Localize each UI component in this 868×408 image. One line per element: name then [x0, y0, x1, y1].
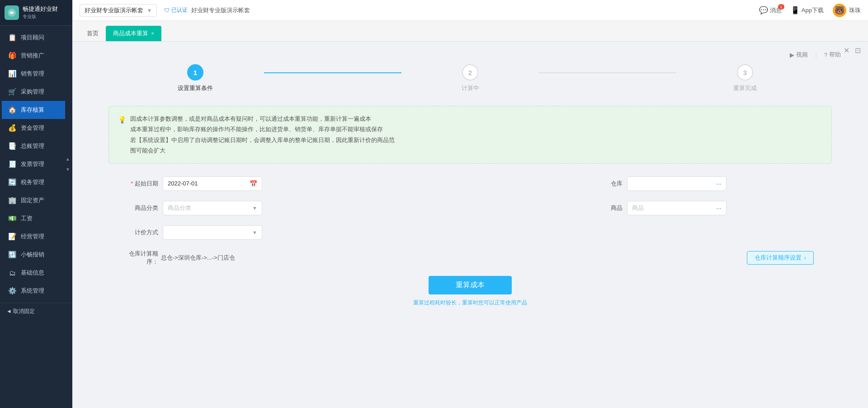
warehouse-label: 仓库	[591, 180, 623, 188]
pricing-label: 计价方式	[127, 228, 158, 237]
step-line-2-3	[539, 72, 676, 73]
expand-icon[interactable]: ⊡	[855, 46, 861, 55]
sidebar-item-assets[interactable]: 🏢 固定资产	[2, 191, 65, 209]
info-line-2: 成本重算过程中，影响库存账的操作均不能操作，比如进货单、销货单、库存单据不能审核…	[130, 124, 395, 134]
goods-field: 商品 商品 ···	[591, 201, 814, 215]
calendar-icon[interactable]: 📅	[250, 180, 257, 187]
info-line-3: 若【系统设置】中启用了自动调整记账日期时，会调整入库单的整单记账日期，因此重新计…	[130, 135, 395, 145]
warehouse-order-btn-label: 仓库计算顺序设置	[755, 254, 802, 262]
sidebar-item-label: 发票管理	[21, 160, 44, 168]
start-date-label: 起始日期	[127, 180, 158, 188]
scroll-down-arrow[interactable]: ▼	[65, 166, 71, 173]
app-download-label: App下载	[802, 6, 824, 14]
start-date-field: 起始日期 2022-07-01 📅	[127, 176, 349, 191]
payroll-icon: 💵	[8, 214, 16, 223]
recalc-section: 重算成本 重算过程耗时较长，重算时您可以正常使用产品	[90, 276, 850, 307]
sidebar-item-finance[interactable]: 💰 资金管理	[2, 119, 65, 137]
info-box: 💡 因成本计算参数调整，或是对商品成本有疑问时，可以通过成本重算功能，重新计算一…	[108, 106, 832, 164]
topbar: 好业财专业版演示帐套 ▼ 🛡 已认证 好业财专业版演示帐套 💬 消息 1 📱 A…	[72, 0, 868, 21]
sidebar-item-inventory[interactable]: 🏠 库存核算	[2, 101, 65, 119]
warehouse-order-label: 仓库计算顺序：	[127, 250, 158, 266]
purchase-icon: 🛒	[8, 88, 16, 96]
chevron-down-icon[interactable]: ▼	[252, 205, 257, 211]
step-2-num: 2	[468, 69, 472, 76]
sidebar-item-label: 资金管理	[21, 124, 44, 132]
pricing-input[interactable]: ▼	[163, 225, 262, 240]
warehouse-order-settings-btn[interactable]: 仓库计算顺序设置 ›	[747, 251, 814, 265]
recalc-button[interactable]: 重算成本	[429, 276, 512, 294]
step-3-label: 重算完成	[733, 84, 757, 92]
goods-label: 商品	[591, 204, 623, 212]
step-1-circle: 1	[187, 64, 203, 81]
sidebar-item-label: 库存核算	[21, 106, 44, 114]
form-container: 起始日期 2022-07-01 📅 仓库 ···	[90, 176, 850, 266]
assets-icon: 🏢	[8, 196, 16, 204]
tabbar: 首页 商品成本重算 ×	[72, 21, 868, 42]
accounting-icon: 📑	[8, 142, 16, 150]
step-1-label: 设置重算条件	[178, 84, 213, 92]
sidebar-item-expense[interactable]: 🔃 小畅报销	[2, 246, 65, 264]
sidebar-unpin-btn[interactable]: ◄ 取消固定	[0, 303, 72, 320]
warehouse-input[interactable]: ···	[627, 176, 726, 191]
user-name: 珠珠	[849, 6, 861, 14]
pricing-field: 计价方式 ▼	[127, 225, 814, 240]
sidebar-item-sales[interactable]: 📊 销售管理	[2, 65, 65, 83]
more-icon[interactable]: ···	[716, 204, 722, 212]
warehouse-order-value: 总仓->深圳仓库->...->门店仓	[161, 254, 740, 262]
verified-badge: 🛡 已认证	[164, 6, 188, 14]
start-date-value: 2022-07-01	[168, 180, 198, 187]
steps-container: 1 设置重算条件 2 计算中 3 重算完成	[90, 55, 850, 92]
topbar-left: 好业财专业版演示帐套 ▼ 🛡 已认证 好业财专业版演示帐套	[80, 4, 759, 17]
goods-placeholder: 商品	[632, 204, 644, 212]
more-icon[interactable]: ···	[716, 180, 722, 187]
step-1: 1 设置重算条件	[127, 64, 264, 92]
sidebar-item-marketing[interactable]: 🎁 营销推广	[2, 47, 65, 65]
sidebar-item-label: 基础信息	[21, 269, 44, 277]
step-1-num: 1	[193, 69, 197, 76]
app-download-btn[interactable]: 📱 App下载	[791, 6, 824, 14]
sidebar-item-project[interactable]: 📋 项目顾问	[2, 28, 65, 47]
sidebar-item-payroll[interactable]: 💵 工资	[2, 209, 65, 228]
sidebar-item-basic[interactable]: 🗂 基础信息	[2, 264, 65, 282]
user-menu-btn[interactable]: 🐻 珠珠	[833, 4, 861, 17]
tab-home-label: 首页	[87, 30, 99, 37]
goods-input[interactable]: 商品 ···	[627, 201, 726, 215]
form-row-2: 商品分类 商品分类 ▼ 商品 商品 ···	[127, 201, 814, 215]
app-name: 畅捷通好业财	[23, 5, 58, 13]
company-selector[interactable]: 好业财专业版演示帐套 ▼	[80, 4, 157, 17]
category-input[interactable]: 商品分类 ▼	[163, 201, 262, 215]
sidebar-item-operations[interactable]: 📝 经营管理	[2, 228, 65, 246]
system-icon: ⚙️	[8, 287, 16, 295]
step-3-num: 3	[743, 69, 747, 76]
tab-cost-recalc[interactable]: 商品成本重算 ×	[106, 26, 161, 41]
step-2-label: 计算中	[462, 84, 479, 92]
sidebar-item-tax[interactable]: 🔄 税务管理	[2, 173, 65, 191]
step-3-circle: 3	[737, 64, 753, 81]
step-2: 2 计算中	[401, 64, 539, 92]
verified-text: 已认证	[171, 6, 188, 14]
start-date-input[interactable]: 2022-07-01 📅	[163, 176, 262, 191]
mobile-icon: 📱	[791, 6, 800, 14]
topbar-right: 💬 消息 1 📱 App下载 🐻 珠珠	[759, 4, 861, 17]
tab-close-icon[interactable]: ×	[151, 30, 154, 37]
sidebar-item-label: 销售管理	[21, 70, 44, 78]
sidebar-logo: 畅捷通好业财 专业版	[0, 0, 72, 26]
chevron-down-icon[interactable]: ▼	[252, 230, 257, 235]
notification-badge: 1	[778, 4, 784, 9]
chevron-right-icon: ›	[804, 254, 806, 261]
message-btn[interactable]: 💬 消息 1	[759, 6, 782, 14]
sidebar-item-label: 采购管理	[21, 88, 44, 96]
sidebar-item-purchase[interactable]: 🛒 采购管理	[2, 83, 65, 101]
warehouse-order-row: 仓库计算顺序： 总仓->深圳仓库->...->门店仓 仓库计算顺序设置 ›	[127, 250, 814, 266]
app-logo-icon	[5, 5, 19, 20]
sidebar-item-system[interactable]: ⚙️ 系统管理	[2, 282, 65, 300]
avatar: 🐻	[833, 4, 846, 17]
app-edition: 专业版	[23, 14, 58, 20]
tab-home[interactable]: 首页	[80, 26, 106, 41]
category-field: 商品分类 商品分类 ▼	[127, 201, 349, 215]
close-icon[interactable]: ✕	[844, 46, 849, 55]
scroll-up-arrow[interactable]: ▲	[65, 156, 71, 162]
sidebar-item-invoice[interactable]: 🧾 发票管理	[2, 155, 65, 173]
sidebar-item-accounting[interactable]: 📑 总账管理	[2, 137, 65, 155]
sidebar-item-label: 固定资产	[21, 196, 44, 204]
